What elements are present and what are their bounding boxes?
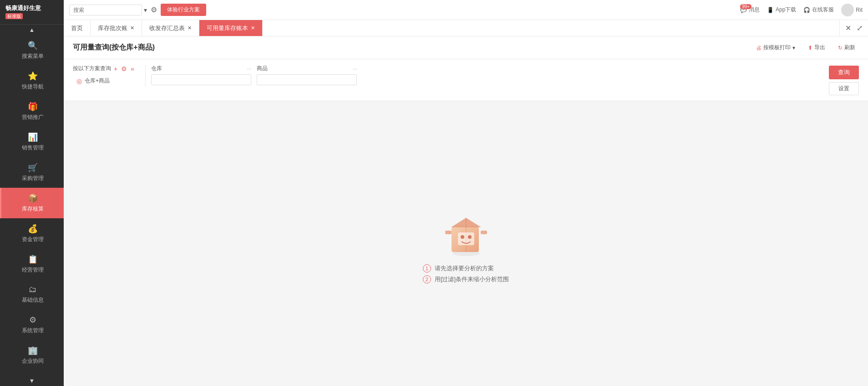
product-input[interactable] — [257, 74, 357, 85]
inventory-label: 库存核算 — [22, 205, 44, 213]
topbar-gear-btn[interactable]: ⚙ — [151, 5, 157, 14]
tab-close-receive-summary[interactable]: ✕ — [188, 25, 192, 31]
trial-btn[interactable]: 体验行业方案 — [161, 4, 206, 16]
empty-tip-2: 2 用[过滤]条件来缩小分析范围 — [423, 275, 509, 283]
sidebar-item-search[interactable]: 🔍 搜索菜单 — [0, 35, 64, 66]
filter-warehouse: 仓库 ··· — [151, 65, 251, 85]
tab-receive-summary[interactable]: 收发存汇总表✕ — [142, 20, 199, 36]
query-btn[interactable]: 查询 — [829, 66, 859, 79]
finance-icon: 💰 — [28, 224, 38, 234]
topbar-search: ▾ — [69, 5, 147, 15]
tip-text-2: 用[过滤]条件来缩小分析范围 — [435, 275, 509, 283]
sidebar-logo: 畅康通好生意 标准版 — [0, 0, 64, 25]
print-dropdown-icon: ▾ — [792, 45, 795, 51]
print-btn[interactable]: 🖨 按模板打印 ▾ — [752, 42, 799, 53]
avatar — [841, 4, 854, 16]
export-btn[interactable]: ⬆ 导出 — [804, 42, 829, 53]
tab-label-batch-ledger: 库存批次账 — [98, 24, 127, 32]
tab-close-batch-ledger[interactable]: ✕ — [130, 25, 134, 31]
version-badge: 标准版 — [5, 13, 23, 19]
warehouse-input[interactable] — [151, 74, 251, 85]
tab-home[interactable]: 首页 — [64, 20, 91, 36]
avatar-btn[interactable]: Rit — [841, 4, 863, 16]
app-download-btn[interactable]: 📱 App下载 — [767, 6, 796, 14]
tab-close-available-ledger[interactable]: ✕ — [251, 25, 255, 31]
product-more-btn[interactable]: ··· — [353, 66, 357, 72]
enterprise-icon: 🏢 — [28, 345, 38, 355]
quicknav-icon: ⭐ — [28, 71, 38, 81]
sales-icon: 📊 — [28, 132, 38, 142]
sidebar-item-finance[interactable]: 💰 资金管理 — [0, 218, 64, 249]
filter-product-label: 商品 ··· — [257, 65, 357, 72]
filter-product: 商品 ··· — [257, 65, 357, 85]
refresh-icon: ↻ — [838, 45, 843, 51]
page-header: 可用量查询(按仓库+商品) 🖨 按模板打印 ▾ ⬆ 导出 ↻ 刷新 — [64, 36, 868, 59]
topbar: ▾ ⚙ 体验行业方案 💬 99+ 消息 📱 App下载 🎧 在线客服 — [64, 0, 868, 20]
tabs-right-btns: ✕ ⤢ — [839, 20, 868, 36]
page-title: 可用量查询(按仓库+商品) — [73, 43, 155, 52]
marketing-icon: 🎁 — [28, 102, 38, 112]
sidebar-item-operations[interactable]: 📋 经营管理 — [0, 249, 64, 279]
online-service-label: 在线客服 — [812, 6, 834, 14]
refresh-label: 刷新 — [844, 44, 855, 51]
tab-label-available-ledger: 可用量库存账本 — [207, 24, 248, 32]
scheme-add-btn[interactable]: + — [113, 65, 118, 72]
print-label: 按模板打印 — [763, 44, 791, 51]
scheme-item-warehouse-product[interactable]: ◎ 仓库+商品 — [73, 75, 140, 87]
scheme-item-label: 仓库+商品 — [85, 77, 110, 85]
expand-btn[interactable]: ⤢ — [855, 23, 864, 33]
scheme-collapse-btn[interactable]: « — [130, 65, 135, 72]
tab-available-ledger[interactable]: 可用量库存账本✕ — [199, 20, 263, 36]
app-download-label: App下载 — [776, 6, 796, 14]
search-dropdown-btn[interactable]: ▾ — [144, 6, 147, 14]
query-settings-btn[interactable]: 设置 — [829, 82, 859, 95]
tab-batch-ledger[interactable]: 库存批次账✕ — [91, 20, 142, 36]
tab-label-home: 首页 — [71, 24, 83, 32]
operations-icon: 📋 — [28, 254, 38, 264]
empty-tips: 1 请先选择要分析的方案 2 用[过滤]条件来缩小分析范围 — [423, 264, 509, 283]
query-panel: 按以下方案查询 + ⚙ « ◎ 仓库+商品 仓库 ··· — [64, 59, 868, 101]
warehouse-more-btn[interactable]: ··· — [247, 66, 251, 72]
tip-num-2: 2 — [423, 275, 431, 283]
sidebar-item-inventory[interactable]: 📦 库存核算 — [0, 188, 64, 218]
sidebar-item-marketing[interactable]: 🎁 营销推广 — [0, 96, 64, 127]
tabs-bar: 首页库存批次账✕收发存汇总表✕可用量库存账本✕ ✕ ⤢ — [64, 20, 868, 36]
sidebar-scroll-up-btn[interactable]: ▲ — [0, 25, 64, 35]
inventory-icon: 📦 — [28, 193, 38, 203]
sidebar-nav: 🔍 搜索菜单 ⭐ 快捷导航 🎁 营销推广 📊 销售管理 🛒 采购管理 📦 库存核… — [0, 35, 64, 376]
message-btn[interactable]: 💬 99+ 消息 — [740, 6, 760, 14]
marketing-label: 营销推广 — [22, 113, 44, 121]
headset-icon: 🎧 — [803, 7, 810, 13]
sales-label: 销售管理 — [22, 144, 44, 152]
sidebar-item-quicknav[interactable]: ⭐ 快捷导航 — [0, 66, 64, 96]
export-label: 导出 — [814, 44, 825, 51]
svg-rect-9 — [481, 231, 487, 234]
scheme-label: 按以下方案查询 — [73, 65, 111, 72]
scheme-section: 按以下方案查询 + ⚙ « ◎ 仓库+商品 — [73, 65, 146, 87]
filter-warehouse-label: 仓库 ··· — [151, 65, 251, 72]
search-icon: 🔍 — [28, 41, 38, 51]
enterprise-label: 企业协同 — [22, 357, 44, 365]
avatar-name: Rit — [856, 7, 863, 13]
sidebar-item-sales[interactable]: 📊 销售管理 — [0, 127, 64, 157]
sidebar-item-newbie[interactable]: 🧩 新手引导 — [0, 371, 64, 376]
search-input[interactable] — [69, 5, 142, 15]
close-all-btn[interactable]: ✕ — [843, 23, 853, 33]
tab-label-receive-summary: 收发存汇总表 — [149, 24, 185, 32]
sidebar-item-basic[interactable]: 🗂 基础信息 — [0, 279, 64, 309]
sidebar-scroll-down-btn[interactable]: ▼ — [0, 376, 64, 386]
sidebar-item-system[interactable]: ⚙ 系统管理 — [0, 309, 64, 340]
search-label: 搜索菜单 — [22, 52, 44, 60]
online-service-btn[interactable]: 🎧 在线客服 — [803, 6, 834, 14]
basic-label: 基础信息 — [22, 296, 44, 304]
tip-num-1: 1 — [423, 264, 431, 273]
sidebar-item-purchase[interactable]: 🛒 采购管理 — [0, 157, 64, 188]
empty-illustration — [439, 204, 493, 259]
svg-point-6 — [461, 235, 464, 239]
sidebar-item-enterprise[interactable]: 🏢 企业协同 — [0, 340, 64, 371]
purchase-label: 采购管理 — [22, 175, 44, 182]
empty-tip-1: 1 请先选择要分析的方案 — [423, 264, 509, 273]
scheme-settings-btn[interactable]: ⚙ — [120, 65, 128, 72]
content-area: 可用量查询(按仓库+商品) 🖨 按模板打印 ▾ ⬆ 导出 ↻ 刷新 — [64, 36, 868, 386]
refresh-btn[interactable]: ↻ 刷新 — [834, 42, 859, 53]
